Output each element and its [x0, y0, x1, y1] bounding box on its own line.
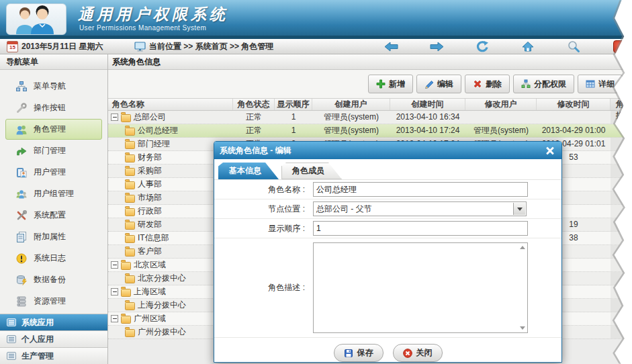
sidebar-item-extra-attributes[interactable]: 附加属性: [5, 226, 102, 247]
refresh-button[interactable]: [475, 40, 490, 52]
column-header[interactable]: 修改时间: [537, 99, 611, 110]
column-header[interactable]: 修改用户: [465, 99, 537, 110]
sidebar-item-system-config[interactable]: 系统配置: [5, 205, 102, 226]
role-name-text: 北京区域: [134, 259, 166, 271]
folder-icon: [121, 289, 131, 297]
chevron-down-icon[interactable]: [513, 203, 525, 215]
button-label: 编辑: [437, 79, 453, 90]
folder-icon: [125, 128, 135, 136]
edit-button[interactable]: 编辑: [416, 75, 461, 93]
breadcrumb-text: 当前位置 >> 系统首页 >> 角色管理: [149, 41, 273, 52]
server-icon: [15, 295, 28, 307]
forward-button[interactable]: [429, 40, 444, 52]
dialog-close-button[interactable]: 关闭: [393, 344, 443, 362]
date-text: 2013年5月11日 星期六: [21, 41, 103, 52]
sidebar-accordion: 系统应用 个人应用 生产管理: [0, 314, 107, 364]
scroll-up-icon[interactable]: [520, 246, 525, 249]
sidebar-item-label: 系统配置: [34, 210, 66, 221]
folder-icon: [125, 302, 135, 310]
cell-description: [611, 218, 632, 231]
assign-permission-icon: [521, 79, 531, 89]
node-position-select[interactable]: 总部公司 - 父节: [313, 201, 527, 216]
field-label: 角色描述 :: [214, 282, 313, 293]
breadcrumb: 当前位置 >> 系统首页 >> 角色管理: [134, 39, 273, 54]
accordion-personal-apps[interactable]: 个人应用: [0, 330, 107, 347]
tab-basic-info[interactable]: 基本信息: [218, 163, 279, 179]
button-label: 新增: [389, 79, 405, 90]
toolbar: 新增 编辑 删除 分配权限 详细: [108, 70, 632, 99]
cell-description: [611, 124, 632, 137]
assign-permission-button[interactable]: 分配权限: [513, 75, 574, 93]
folder-icon: [125, 208, 135, 216]
cell-description: [611, 299, 632, 312]
role-name-text: IT信息部: [138, 232, 169, 244]
wrench-icon: [15, 102, 28, 113]
role-name-input[interactable]: [313, 182, 528, 197]
cell-role-name: 公司总经理: [108, 124, 233, 137]
column-header[interactable]: 角色描述: [611, 99, 632, 110]
role-name-text: 客户部: [138, 245, 162, 258]
details-button[interactable]: 详细: [578, 75, 623, 93]
sidebar-item-user-group-management[interactable]: 用户组管理: [5, 183, 102, 204]
sidebar-item-user-management[interactable]: 用户管理: [5, 162, 102, 183]
cell-description: [611, 151, 632, 164]
folder-icon: [125, 222, 135, 230]
home-button[interactable]: [521, 40, 535, 52]
add-button[interactable]: 新增: [368, 75, 413, 93]
dialog-titlebar[interactable]: 系统角色信息 - 编辑: [214, 142, 561, 159]
edit-role-dialog: 系统角色信息 - 编辑 基本信息 角色成员 角色名称 : 节点位置 : 总部公司…: [214, 141, 562, 363]
cell-created-time: 2013-04-10 16:34: [390, 111, 465, 124]
edit-icon: [424, 79, 434, 89]
save-button[interactable]: 保存: [334, 344, 383, 362]
cell-description: [611, 285, 632, 298]
sidebar-item-action-buttons[interactable]: 操作按钮: [5, 97, 102, 118]
sidebar-item-resource-management[interactable]: 资源管理: [5, 291, 102, 312]
folder-icon: [125, 248, 135, 257]
role-description-textarea[interactable]: [313, 242, 528, 333]
date-display: 15 2013年5月11日 星期六: [7, 39, 103, 54]
accordion-label: 系统应用: [21, 317, 54, 328]
column-header[interactable]: 显示顺序: [275, 99, 312, 110]
column-header[interactable]: 角色名称: [108, 99, 233, 110]
cell-modified-by: 管理员(system): [465, 124, 537, 137]
tree-collapse-icon[interactable]: [111, 288, 118, 295]
role-name-text: 财务部: [138, 151, 162, 164]
accordion-system-apps[interactable]: 系统应用: [0, 314, 107, 330]
cell-description: [611, 191, 632, 204]
table-row[interactable]: 总部公司正常1管理员(system)2013-04-10 16:34: [108, 111, 632, 124]
sidebar-item-department-management[interactable]: 部门管理: [5, 140, 102, 161]
cell-description: [611, 178, 632, 191]
column-header[interactable]: 创建时间: [390, 99, 465, 110]
cell-created-by: 管理员(system): [312, 124, 390, 137]
sidebar-item-role-management[interactable]: 角色管理: [5, 119, 102, 140]
tab-role-members[interactable]: 角色成员: [281, 163, 342, 179]
column-header[interactable]: 创建用户: [312, 99, 390, 110]
cell-display-order: 1: [275, 111, 312, 124]
dialog-tabs: 基本信息 角色成员: [214, 159, 561, 180]
sidebar-item-label: 附加属性: [34, 231, 66, 242]
column-header[interactable]: 角色状态: [233, 99, 275, 110]
tree-collapse-icon[interactable]: [111, 261, 118, 269]
delete-button[interactable]: 删除: [465, 75, 510, 93]
sidebar-item-data-backup[interactable]: 数据备份: [5, 269, 102, 290]
tree-collapse-icon[interactable]: [111, 113, 118, 121]
display-order-input[interactable]: [313, 221, 528, 236]
table-row[interactable]: 公司总经理正常1管理员(system)2013-04-10 17:24管理员(s…: [108, 124, 632, 138]
back-button[interactable]: [383, 40, 398, 52]
sidebar-item-system-log[interactable]: 系统日志: [5, 248, 102, 269]
folder-icon: [121, 114, 131, 122]
scroll-down-icon[interactable]: [520, 326, 525, 330]
sidebar-item-menu-nav[interactable]: 菜单导航: [5, 76, 102, 97]
accordion-production-management[interactable]: 生产管理: [0, 347, 107, 364]
search-button[interactable]: [566, 40, 581, 52]
list-icon: [7, 352, 16, 360]
logout-button[interactable]: [612, 40, 627, 52]
sidebar-item-label: 部门管理: [34, 145, 66, 156]
cell-description: [611, 111, 632, 124]
cell-status: 正常: [233, 111, 275, 124]
tree-collapse-icon[interactable]: [111, 315, 118, 322]
sidebar: 导航菜单 菜单导航 操作按钮 角色管理: [0, 54, 108, 364]
button-label: 分配权限: [534, 79, 566, 90]
select-value: 总部公司 - 父节: [316, 203, 372, 215]
close-icon[interactable]: [544, 144, 556, 156]
